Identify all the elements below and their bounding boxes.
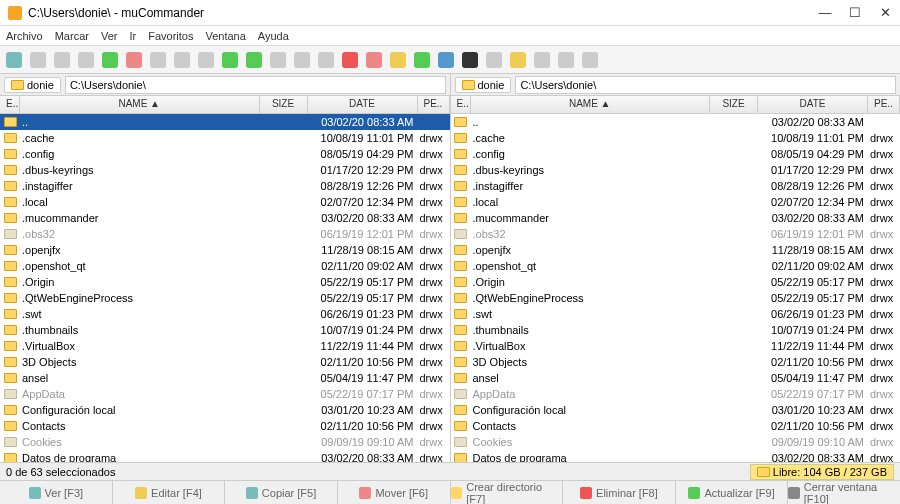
right-path-input[interactable]: C:\Users\donie\ — [515, 76, 896, 94]
table-row[interactable]: Datos de programa03/02/20 08:33 AMdrwx — [451, 450, 901, 462]
table-row[interactable]: ansel05/04/19 11:47 PMdrwx — [451, 370, 901, 386]
table-row[interactable]: AppData05/22/19 07:17 PMdrwx — [451, 386, 901, 402]
swap-icon[interactable] — [222, 52, 238, 68]
table-row[interactable]: 3D Objects02/11/20 10:56 PMdrwx — [451, 354, 901, 370]
up-icon[interactable] — [78, 52, 94, 68]
fkey-button[interactable]: Ver [F3] — [0, 481, 113, 504]
right-headers[interactable]: E.. NAME ▲ SIZE DATE PE.. — [451, 96, 901, 114]
table-row[interactable]: .thumbnails10/07/19 01:24 PMdrwx — [451, 322, 901, 338]
left-file-list[interactable]: ..03/02/20 08:33 AM.cache10/08/19 11:01 … — [0, 114, 450, 462]
table-row[interactable]: .openjfx11/28/19 08:15 AMdrwx — [451, 242, 901, 258]
fkey-button[interactable]: Eliminar [F8] — [563, 481, 676, 504]
left-folder-button[interactable]: donie — [4, 77, 61, 93]
menu-ventana[interactable]: Ventana — [205, 30, 245, 42]
right-folder-button[interactable]: donie — [455, 77, 512, 93]
table-row[interactable]: .Origin05/22/19 05:17 PMdrwx — [0, 274, 450, 290]
close-button[interactable]: ✕ — [878, 6, 892, 20]
table-row[interactable]: .QtWebEngineProcess05/22/19 05:17 PMdrwx — [451, 290, 901, 306]
maximize-button[interactable]: ☐ — [848, 6, 862, 20]
header-date[interactable]: DATE — [308, 96, 418, 113]
menu-ir[interactable]: Ir — [129, 30, 136, 42]
menu-archivo[interactable]: Archivo — [6, 30, 43, 42]
header-perm[interactable]: PE.. — [868, 96, 900, 113]
table-row[interactable]: .mucommander03/02/20 08:33 AMdrwx — [451, 210, 901, 226]
table-row[interactable]: .openshot_qt02/11/20 09:02 AMdrwx — [451, 258, 901, 274]
home-icon[interactable] — [126, 52, 142, 68]
header-perm[interactable]: PE.. — [418, 96, 450, 113]
menu-ver[interactable]: Ver — [101, 30, 118, 42]
refresh-icon[interactable] — [102, 52, 118, 68]
table-row[interactable]: .config08/05/19 04:29 PMdrwx — [451, 146, 901, 162]
table-row[interactable]: Configuración local03/01/20 10:23 AMdrwx — [0, 402, 450, 418]
table-row[interactable]: .instagiffer08/28/19 12:26 PMdrwx — [451, 178, 901, 194]
sep5-icon[interactable] — [558, 52, 574, 68]
invert-icon[interactable] — [390, 52, 406, 68]
table-row[interactable]: .openshot_qt02/11/20 09:02 AMdrwx — [0, 258, 450, 274]
table-row[interactable]: Datos de programa03/02/20 08:33 AMdrwx — [0, 450, 450, 462]
fkey-button[interactable]: Crear directorio [F7] — [451, 481, 564, 504]
props-icon[interactable] — [534, 52, 550, 68]
fkey-button[interactable]: Copiar [F5] — [225, 481, 338, 504]
table-row[interactable]: Contacts02/11/20 10:56 PMdrwx — [0, 418, 450, 434]
unmark-icon[interactable] — [366, 52, 382, 68]
prefs-icon[interactable] — [582, 52, 598, 68]
new-window-icon[interactable] — [6, 52, 22, 68]
table-row[interactable]: .cache10/08/19 11:01 PMdrwx — [451, 130, 901, 146]
table-row[interactable]: .VirtualBox11/22/19 11:44 PMdrwx — [0, 338, 450, 354]
sync-icon[interactable] — [246, 52, 262, 68]
table-row[interactable]: .obs3206/19/19 12:01 PMdrwx — [451, 226, 901, 242]
menu-ayuda[interactable]: Ayuda — [258, 30, 289, 42]
term-icon[interactable] — [462, 52, 478, 68]
table-row[interactable]: AppData05/22/19 07:17 PMdrwx — [0, 386, 450, 402]
right-file-list[interactable]: ..03/02/20 08:33 AM.cache10/08/19 11:01 … — [451, 114, 901, 462]
stop2-icon[interactable] — [198, 52, 214, 68]
table-row[interactable]: 3D Objects02/11/20 10:56 PMdrwx — [0, 354, 450, 370]
stop-icon[interactable] — [174, 52, 190, 68]
left-headers[interactable]: E.. NAME ▲ SIZE DATE PE.. — [0, 96, 450, 114]
table-row[interactable]: .thumbnails10/07/19 01:24 PMdrwx — [0, 322, 450, 338]
header-name[interactable]: NAME ▲ — [471, 96, 711, 113]
header-ext[interactable]: E.. — [451, 96, 471, 113]
menu-favoritos[interactable]: Favoritos — [148, 30, 193, 42]
table-row[interactable]: .Origin05/22/19 05:17 PMdrwx — [451, 274, 901, 290]
table-row[interactable]: Cookies09/09/19 09:10 AMdrwx — [451, 434, 901, 450]
table-row[interactable]: .QtWebEngineProcess05/22/19 05:17 PMdrwx — [0, 290, 450, 306]
mark-icon[interactable] — [342, 52, 358, 68]
table-row[interactable]: .dbus-keyrings01/17/20 12:29 PMdrwx — [0, 162, 450, 178]
header-date[interactable]: DATE — [758, 96, 868, 113]
table-row[interactable]: Contacts02/11/20 10:56 PMdrwx — [451, 418, 901, 434]
table-row[interactable]: .local02/07/20 12:34 PMdrwx — [451, 194, 901, 210]
table-row[interactable]: Configuración local03/01/20 10:23 AMdrwx — [451, 402, 901, 418]
header-size[interactable]: SIZE — [710, 96, 758, 113]
table-row[interactable]: Cookies09/09/19 09:10 AMdrwx — [0, 434, 450, 450]
sep3-icon[interactable] — [318, 52, 334, 68]
sep-icon[interactable] — [270, 52, 286, 68]
left-path-input[interactable]: C:\Users\donie\ — [65, 76, 446, 94]
sep4-icon[interactable] — [486, 52, 502, 68]
fkey-button[interactable]: Actualizar [F9] — [676, 481, 789, 504]
table-row[interactable]: .swt06/26/19 01:23 PMdrwx — [451, 306, 901, 322]
table-row[interactable]: .VirtualBox11/22/19 11:44 PMdrwx — [451, 338, 901, 354]
table-row[interactable]: ..03/02/20 08:33 AM — [451, 114, 901, 130]
fkey-button[interactable]: Mover [F6] — [338, 481, 451, 504]
roots-icon[interactable] — [150, 52, 166, 68]
compare-icon[interactable] — [438, 52, 454, 68]
table-row[interactable]: ..03/02/20 08:33 AM — [0, 114, 450, 130]
table-row[interactable]: .openjfx11/28/19 08:15 AMdrwx — [0, 242, 450, 258]
table-row[interactable]: .obs3206/19/19 12:01 PMdrwx — [0, 226, 450, 242]
table-row[interactable]: .dbus-keyrings01/17/20 12:29 PMdrwx — [451, 162, 901, 178]
header-ext[interactable]: E.. — [0, 96, 20, 113]
sep2-icon[interactable] — [294, 52, 310, 68]
table-row[interactable]: .cache10/08/19 11:01 PMdrwx — [0, 130, 450, 146]
select-icon[interactable] — [414, 52, 430, 68]
header-name[interactable]: NAME ▲ — [20, 96, 260, 113]
minimize-button[interactable]: — — [818, 6, 832, 20]
table-row[interactable]: .instagiffer08/28/19 12:26 PMdrwx — [0, 178, 450, 194]
fkey-button[interactable]: Editar [F4] — [113, 481, 226, 504]
fwd-icon[interactable] — [54, 52, 70, 68]
table-row[interactable]: .config08/05/19 04:29 PMdrwx — [0, 146, 450, 162]
fkey-button[interactable]: Cerrar ventana [F10] — [788, 481, 900, 504]
back-icon[interactable] — [30, 52, 46, 68]
table-row[interactable]: .local02/07/20 12:34 PMdrwx — [0, 194, 450, 210]
table-row[interactable]: .swt06/26/19 01:23 PMdrwx — [0, 306, 450, 322]
